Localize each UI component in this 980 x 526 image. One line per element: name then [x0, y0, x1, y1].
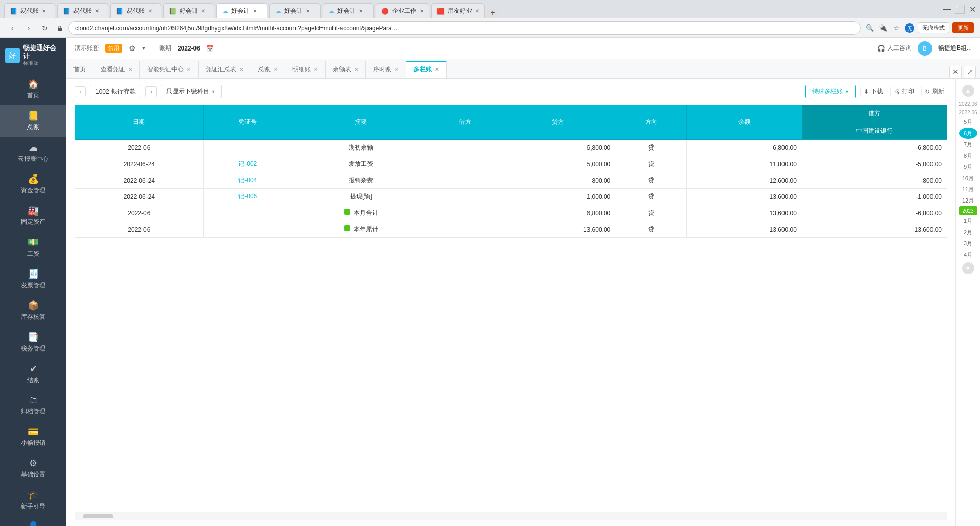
tab-close-1[interactable]: ✕ — [42, 8, 46, 14]
tab-close-5[interactable]: ✕ — [253, 8, 257, 14]
refresh-action[interactable]: ↻ 刷新 — [921, 87, 947, 96]
forward-button[interactable]: › — [22, 22, 35, 34]
print-action[interactable]: 🖨 打印 — [890, 87, 917, 96]
tab-voucher-summary[interactable]: 凭证汇总表 ✕ — [199, 61, 251, 78]
tab-sequence[interactable]: 序时账 ✕ — [366, 61, 406, 78]
update-button[interactable]: 更新 — [952, 22, 974, 33]
tab-general-ledger[interactable]: 总账 ✕ — [251, 61, 285, 78]
tab-close-9[interactable]: ✕ — [475, 8, 479, 14]
sidebar-item-guide[interactable]: 🎓 新手引导 — [0, 484, 66, 516]
month-6[interactable]: 6月 — [959, 128, 977, 139]
wuhen-button[interactable]: 无痕模式 — [918, 22, 949, 33]
level-filter[interactable]: 只显示下级科目 ▼ — [161, 85, 222, 98]
month-8[interactable]: 8月 — [959, 150, 977, 161]
address-input[interactable] — [68, 21, 861, 35]
month-5[interactable]: 5月 — [959, 116, 977, 128]
user-avatar[interactable]: B — [918, 41, 932, 56]
month-9[interactable]: 9月 — [959, 161, 977, 172]
calendar-icon[interactable]: 📅 — [206, 45, 214, 52]
expand-tab-icon[interactable]: ⤢ — [964, 66, 976, 78]
sidebar-item-home[interactable]: 🏠 首页 — [0, 73, 66, 105]
sidebar-item-member[interactable]: 👤 畅会员 — [0, 516, 66, 526]
tab-close-detail-ledger[interactable]: ✕ — [314, 67, 318, 72]
sidebar-item-assets[interactable]: 🏭 固定资产 — [0, 200, 66, 232]
sidebar-item-invoice[interactable]: 🧾 发票管理 — [0, 263, 66, 295]
calendar-scroll-up[interactable]: ▲ — [962, 85, 974, 97]
tab-close-smart-voucher[interactable]: ✕ — [187, 67, 191, 72]
new-tab-button[interactable]: + — [487, 7, 498, 18]
search-icon[interactable]: 🔍 — [865, 23, 875, 33]
month-2-2023[interactable]: 2月 — [959, 227, 977, 238]
calendar-scroll-down[interactable]: ▼ — [962, 262, 974, 274]
tab-close-3[interactable]: ✕ — [148, 8, 152, 14]
tab-close-voucher-summary[interactable]: ✕ — [239, 67, 243, 72]
month-4-2023[interactable]: 4月 — [959, 249, 977, 260]
month-1-2023[interactable]: 1月 — [959, 215, 977, 227]
browser-tab-yidaizhang3[interactable]: 📘 易代账 ✕ — [110, 3, 161, 18]
account-selector[interactable]: 1002 银行存款 — [90, 85, 141, 98]
tab-close-general-ledger[interactable]: ✕ — [274, 67, 278, 72]
next-account-button[interactable]: › — [145, 86, 157, 97]
sidebar-item-settings[interactable]: ⚙ 基础设置 — [0, 453, 66, 484]
cell-voucher-3[interactable]: 记-006 — [203, 189, 292, 205]
tab-close-4[interactable]: ✕ — [201, 8, 205, 14]
month-10[interactable]: 10月 — [959, 172, 977, 184]
tab-multi-column[interactable]: 多栏账 ✕ — [406, 61, 447, 78]
browser-tab-yidaizhang1[interactable]: 📘 易代账 ✕ — [4, 3, 55, 18]
browser-tab-yoyo[interactable]: 🟥 用友好业 ✕ — [431, 3, 485, 18]
download-action[interactable]: ⬇ 下载 — [860, 87, 886, 96]
tab-detail-ledger[interactable]: 明细账 ✕ — [285, 61, 326, 78]
month-7[interactable]: 7月 — [959, 139, 977, 150]
sidebar-item-inventory[interactable]: 📦 库存核算 — [0, 295, 66, 327]
sidebar-item-tax[interactable]: 📑 税务管理 — [0, 327, 66, 358]
tab-close-view-voucher[interactable]: ✕ — [128, 67, 132, 72]
tab-smart-voucher[interactable]: 智能凭证中心 ✕ — [140, 61, 199, 78]
close-tab-icon[interactable]: ✕ — [949, 66, 962, 78]
tab-close-6[interactable]: ✕ — [306, 8, 310, 14]
consult-button[interactable]: 🎧 人工咨询 — [877, 44, 912, 53]
browser-tab-yidaizhang2[interactable]: 📘 易代账 ✕ — [57, 3, 108, 18]
reload-button[interactable]: ↻ — [39, 22, 51, 34]
browser-tab-haokuaiji4[interactable]: ☁ 好会计 ✕ — [323, 3, 374, 18]
browser-tab-haokuaiji1[interactable]: 📗 好会计 ✕ — [163, 3, 214, 18]
prev-account-button[interactable]: ‹ — [75, 86, 86, 97]
profile-icon[interactable]: 无 — [904, 23, 915, 33]
tab-close-7[interactable]: ✕ — [359, 8, 363, 14]
cell-voucher-1[interactable]: 记-002 — [203, 156, 292, 172]
close-button[interactable]: ✕ — [969, 5, 976, 14]
sidebar-item-funds[interactable]: 💰 资金管理 — [0, 168, 66, 200]
extensions-icon[interactable]: 🔌 — [878, 23, 888, 33]
month-12[interactable]: 12月 — [959, 195, 977, 206]
tab-close-2[interactable]: ✕ — [95, 8, 99, 14]
cell-voucher-2[interactable]: 记-004 — [203, 172, 292, 189]
sidebar-item-report[interactable]: ☁ 云报表中心 — [0, 137, 66, 168]
tab-close-8[interactable]: ✕ — [420, 8, 424, 14]
special-multi-button[interactable]: 特殊多栏账 ▼ — [805, 85, 856, 98]
tab-balance[interactable]: 余额表 ✕ — [326, 61, 366, 78]
sidebar-item-archive[interactable]: 🗂 归档管理 — [0, 390, 66, 421]
browser-tab-enterprise[interactable]: 🔴 企业工作 ✕ — [376, 3, 429, 18]
maximize-button[interactable]: ⬜ — [955, 5, 965, 14]
tab-close-sequence[interactable]: ✕ — [395, 67, 399, 72]
user-name[interactable]: 畅捷通B组... — [938, 44, 972, 53]
tab-close-balance[interactable]: ✕ — [354, 67, 358, 72]
dropdown-arrow-icon[interactable]: ▼ — [141, 45, 146, 51]
bookmark-icon[interactable]: ☆ — [891, 23, 901, 33]
scroll-thumb[interactable] — [83, 514, 113, 518]
sidebar-item-close[interactable]: ✔ 结账 — [0, 358, 66, 390]
browser-tab-haokuaiji2[interactable]: ☁ 好会计 ✕ — [216, 3, 267, 18]
browser-tab-haokuaiji3[interactable]: ☁ 好会计 ✕ — [270, 3, 321, 18]
demo-badge[interactable]: 禁用 — [105, 44, 122, 53]
tab-view-voucher[interactable]: 查看凭证 ✕ — [93, 61, 140, 78]
back-button[interactable]: ‹ — [6, 22, 18, 34]
minimize-button[interactable]: — — [943, 5, 951, 14]
tab-home[interactable]: 首页 — [66, 61, 93, 78]
month-11[interactable]: 11月 — [959, 184, 977, 195]
sidebar-item-salary[interactable]: 💵 工资 — [0, 232, 66, 263]
sidebar-item-expense[interactable]: 💳 小畅报销 — [0, 421, 66, 453]
month-3-2023[interactable]: 3月 — [959, 238, 977, 249]
tab-close-multi-column[interactable]: ✕ — [435, 67, 439, 72]
sidebar-item-ledger[interactable]: 📒 总账 — [0, 105, 66, 137]
settings-icon[interactable]: ⚙ — [129, 44, 135, 53]
bottom-scrollbar[interactable] — [75, 512, 947, 520]
